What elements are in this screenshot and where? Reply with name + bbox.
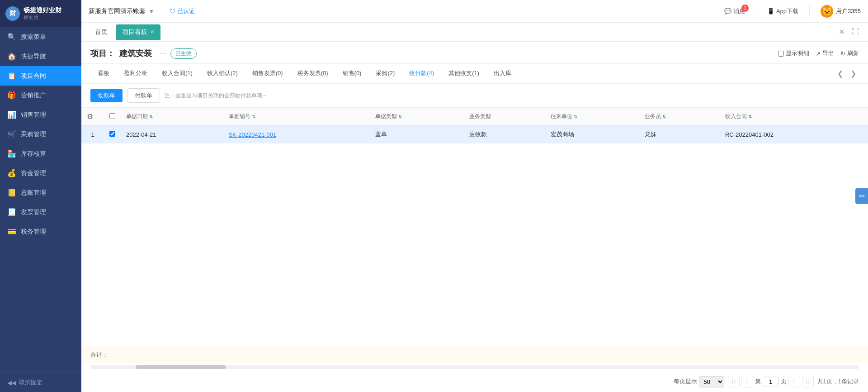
sidebar-item-label: 发票管理 [21,208,46,216]
project-icon: 📋 [7,72,16,80]
project-label-prefix: 项目： [90,48,115,59]
search-icon: 🔍 [7,33,16,41]
content-area: 项目： 建筑安装 ··· 已生效 显示明细 ↗ 导出 ↻ 刷新 [81,42,868,392]
unpin-icon: ◀◀ [7,379,16,386]
settings-icon[interactable]: ⚙ [87,113,93,120]
sub-tab-sales-invoice[interactable]: 销售发票(0) [245,64,290,84]
sidebar-item-ledger[interactable]: 📒 总账管理 [0,183,81,202]
page-first-button[interactable]: ⟨⟨ [728,376,740,387]
message-icon: 💬 [724,8,731,14]
summary-row: 合计： [81,346,868,363]
sidebar-item-invoice[interactable]: 🧾 发票管理 [0,202,81,222]
project-actions: 显示明细 ↗ 导出 ↻ 刷新 [778,49,859,57]
project-status-badge: 已生效 [170,48,197,59]
sidebar-unpin-button[interactable]: ◀◀ 取消固定 [0,373,81,392]
cell-date: 2022-04-21 [121,126,223,143]
th-partner[interactable]: 往来单位 ⇅ [545,108,639,126]
row-checkbox[interactable] [109,131,115,137]
export-button[interactable]: ↗ 导出 [816,49,834,57]
sidebar-item-inventory[interactable]: 🏪 库存核算 [0,144,81,163]
sidebar-item-label: 快捷导航 [21,53,46,61]
cell-salesperson: 龙妹 [639,126,720,143]
sub-tab-sales[interactable]: 销售(0) [335,64,369,84]
ledger-icon: 📒 [7,188,16,197]
page-next-button[interactable]: ⟩ [788,376,800,387]
sidebar-item-purchase[interactable]: 🛒 采购管理 [0,124,81,144]
table-wrap: ⚙ 单据日期 ⇅ 单据编号 [81,108,868,346]
sub-tab-income-confirm[interactable]: 收入确认(2) [200,64,245,84]
sidebar-item-marketing[interactable]: 🎁 营销推广 [0,86,81,105]
app-logo: 财 [5,6,20,21]
page-current-label: 第 [755,378,761,386]
app-subtitle: 标准版 [24,14,61,21]
th-income-contract[interactable]: 收入合同 ⇅ [720,108,868,126]
sub-tab-receivable[interactable]: 收付款(4) [402,64,441,84]
cell-type: 蓝单 [370,126,464,143]
scrollbar-thumb[interactable] [136,365,226,369]
tab-bar: 首页 项目看板 ✕ ✕ ⛶ [81,23,868,42]
page-prev-button[interactable]: ⟨ [741,376,753,387]
sub-tabs-prev[interactable]: ❮ [835,67,846,80]
sidebar: 财 畅捷通好业财 标准版 🔍 搜索菜单 🏠 快捷导航 📋 项目合同 🎁 营销推广… [0,0,81,392]
receipt-button[interactable]: 收款单 [90,89,123,102]
sidebar-item-search[interactable]: 🔍 搜索菜单 [0,27,81,47]
cell-check[interactable] [104,126,121,143]
sub-tab-profit[interactable]: 盈利分析 [117,64,155,84]
sort-income-contract-icon: ⇅ [748,114,752,119]
username-label: 用户3355 [836,7,861,15]
cell-biz-type: 应收款 [464,126,545,143]
app-download-button[interactable]: 📱 App下载 [767,7,798,15]
sidebar-item-label: 搜索菜单 [21,33,46,41]
user-button[interactable]: 🐱 用户3355 [821,5,861,18]
th-biz-type: 业务类型 [464,108,545,126]
sub-tabs-next[interactable]: ❯ [848,67,859,80]
tab-project-board[interactable]: 项目看板 ✕ [116,24,160,40]
tab-expand-button[interactable]: ⛶ [850,26,861,38]
tab-home[interactable]: 首页 [89,24,114,40]
th-type[interactable]: 单据类型 ⇅ [370,108,464,126]
export-icon: ↗ [816,50,821,57]
sub-tab-purchase[interactable]: 采购(2) [368,64,402,84]
sidebar-item-sales[interactable]: 📊 销售管理 [0,105,81,124]
th-date[interactable]: 单据日期 ⇅ [121,108,223,126]
sub-tab-other-expense[interactable]: 其他收支(1) [441,64,486,84]
sub-tab-income-contract[interactable]: 收入合同(1) [155,64,200,84]
message-button[interactable]: 💬 消息 1 [724,7,745,15]
sub-tab-warehouse[interactable]: 出入库 [486,64,519,84]
sidebar-item-tax[interactable]: 💳 税务管理 [0,222,81,241]
select-all-checkbox[interactable] [109,113,115,119]
page-total-info: 共1页，1条记录 [817,378,859,386]
page-size-label: 每页显示 [674,378,697,386]
main-area: 新服务官网演示账套 ▼ 🛡 已认证 💬 消息 1 📱 App下载 🐱 [81,0,868,392]
sidebar-item-quicknav[interactable]: 🏠 快捷导航 [0,47,81,66]
horizontal-scrollbar[interactable] [90,365,859,369]
refresh-button[interactable]: ↻ 刷新 [840,49,859,57]
payment-button[interactable]: 付款单 [127,88,160,103]
cell-number[interactable]: SK-20220421-001 [223,126,370,143]
topbar: 新服务官网演示账套 ▼ 🛡 已认证 💬 消息 1 📱 App下载 🐱 [81,0,868,23]
tab-close-window-button[interactable]: ✕ [837,26,846,38]
page-size-select[interactable]: 50 10 20 100 [699,376,724,387]
project-more-button[interactable]: ··· [160,49,166,57]
scrollbar-row [81,363,868,371]
sub-tab-kanban[interactable]: 看板 [90,64,117,84]
topbar-dropdown-icon[interactable]: ▼ [148,8,155,15]
sub-tab-tax-invoice[interactable]: 税务发票(0) [290,64,335,84]
doc-number-link[interactable]: SK-20220421-001 [229,131,277,138]
page-last-button[interactable]: ⟩⟩ [802,376,814,387]
money-icon: 💰 [7,169,16,177]
topbar-divider3 [809,6,810,17]
page-number-input[interactable] [763,377,779,387]
right-float-button[interactable]: ✏ [855,188,868,204]
page-navigation: ⟨⟨ ⟨ 第 页 ⟩ ⟩⟩ [728,376,814,387]
sidebar-item-label: 项目合同 [21,72,46,80]
sidebar-item-finance[interactable]: 💰 资金管理 [0,163,81,183]
cart-icon: 🛒 [7,130,16,139]
sidebar-item-label: 资金管理 [21,169,46,177]
tab-close-icon[interactable]: ✕ [150,29,154,35]
th-settings[interactable]: ⚙ [81,108,104,126]
sidebar-item-project[interactable]: 📋 项目合同 [0,66,81,86]
th-salesperson[interactable]: 业务员 ⇅ [639,108,720,126]
show-detail-checkbox[interactable]: 显示明细 [778,49,809,57]
th-number[interactable]: 单据编号 ⇅ [223,108,370,126]
